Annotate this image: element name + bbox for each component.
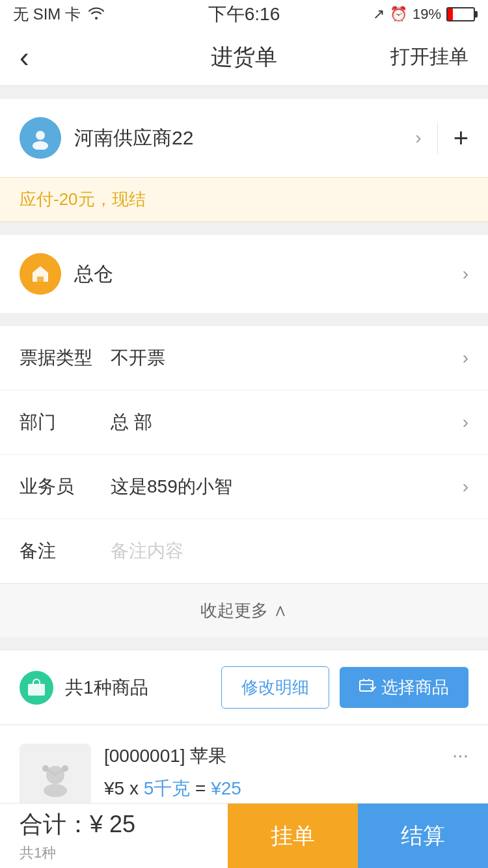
product-price: ¥5 x 5千克 = ¥25 xyxy=(104,776,452,801)
price-value: ¥5 xyxy=(104,778,124,798)
dept-value: 总 部 xyxy=(111,410,463,435)
dept-label: 部门 xyxy=(20,410,98,435)
divider xyxy=(437,122,438,154)
remark-value[interactable]: 备注内容 xyxy=(111,539,468,563)
invoice-value: 不开票 xyxy=(111,346,463,370)
battery-icon xyxy=(446,7,475,21)
staff-chevron-icon: › xyxy=(463,476,468,497)
quantity-value: 5千克 xyxy=(144,778,191,798)
battery-percent: 19% xyxy=(413,6,441,23)
svg-point-6 xyxy=(44,784,67,797)
total-count: 共1种 xyxy=(20,843,208,863)
bottom-bar: 合计：¥ 25 共1种 挂单 结算 xyxy=(0,803,488,868)
carrier-text: 无 SIM 卡 xyxy=(13,4,81,25)
total-amount: 合计：¥ 25 xyxy=(20,809,208,841)
svg-rect-4 xyxy=(360,681,373,691)
supplier-chevron-icon: › xyxy=(415,128,421,148)
status-left: 无 SIM 卡 xyxy=(13,4,105,25)
collapse-label: 收起更多 ∧ xyxy=(200,601,287,620)
supplier-name: 河南供应商22 xyxy=(74,125,415,152)
invoice-chevron-icon: › xyxy=(463,347,468,368)
select-product-label: 选择商品 xyxy=(381,676,449,699)
select-product-button[interactable]: 选择商品 xyxy=(340,667,468,708)
form-section: 票据类型 不开票 › 部门 总 部 › 业务员 这是859的小智 › 备注 备注… xyxy=(0,326,488,583)
open-pending-button[interactable]: 打开挂单 xyxy=(390,44,468,70)
svg-rect-3 xyxy=(28,684,45,696)
total-value: ¥25 xyxy=(211,778,241,798)
status-bar: 无 SIM 卡 下午6:16 ↗ ⏰ 19% xyxy=(0,0,488,29)
svg-point-1 xyxy=(33,141,48,150)
hang-label: 挂单 xyxy=(271,821,315,851)
staff-label: 业务员 xyxy=(20,474,98,499)
warehouse-icon xyxy=(20,253,61,295)
hang-button[interactable]: 挂单 xyxy=(228,804,358,869)
dept-chevron-icon: › xyxy=(463,412,468,433)
staff-value: 这是859的小智 xyxy=(111,474,463,499)
add-button[interactable]: + xyxy=(454,124,468,153)
product-more-button[interactable]: ··· xyxy=(452,744,468,766)
product-count-label: 共1种商品 xyxy=(65,675,221,700)
nav-bar: ‹ 进货单 打开挂单 xyxy=(0,29,488,86)
supplier-avatar xyxy=(20,117,61,159)
staff-row[interactable]: 业务员 这是859的小智 › xyxy=(0,454,488,519)
warehouse-row[interactable]: 总仓 › xyxy=(0,235,488,313)
invoice-row[interactable]: 票据类型 不开票 › xyxy=(0,326,488,390)
price-separator: x xyxy=(129,778,144,798)
product-header: 共1种商品 修改明细 选择商品 xyxy=(0,651,488,724)
total-info: 合计：¥ 25 共1种 xyxy=(0,809,228,863)
supplier-section: 河南供应商22 › + 应付-20元，现结 xyxy=(0,99,488,222)
remark-label: 备注 xyxy=(20,539,98,563)
page-title: 进货单 xyxy=(211,42,277,72)
remark-row[interactable]: 备注 备注内容 xyxy=(0,519,488,583)
invoice-label: 票据类型 xyxy=(20,346,98,370)
alarm-icon: ⏰ xyxy=(390,6,407,23)
supplier-notice: 应付-20元，现结 xyxy=(0,177,488,222)
warehouse-section: 总仓 › xyxy=(0,235,488,313)
checkout-label: 结算 xyxy=(401,821,445,851)
status-right: ↗ ⏰ 19% xyxy=(373,6,475,23)
edit-detail-button[interactable]: 修改明细 xyxy=(221,666,329,709)
supplier-row[interactable]: 河南供应商22 › + xyxy=(0,99,488,177)
warehouse-name: 总仓 xyxy=(74,261,463,288)
dept-row[interactable]: 部门 总 部 › xyxy=(0,390,488,454)
product-info: [0000001] 苹果 ¥5 x 5千克 = ¥25 xyxy=(104,744,452,801)
warehouse-chevron-icon: › xyxy=(463,264,468,284)
product-name: [0000001] 苹果 xyxy=(104,744,452,768)
checkout-button[interactable]: 结算 xyxy=(358,804,488,869)
collapse-bar[interactable]: 收起更多 ∧ xyxy=(0,583,488,638)
svg-rect-2 xyxy=(37,277,44,282)
back-button[interactable]: ‹ xyxy=(20,41,29,74)
status-time: 下午6:16 xyxy=(208,2,280,27)
location-icon: ↗ xyxy=(373,6,385,23)
select-product-icon xyxy=(359,677,376,698)
total-amount-value: ¥ 25 xyxy=(90,811,135,837)
wifi-icon xyxy=(87,5,105,23)
product-bag-icon xyxy=(20,671,53,705)
svg-point-0 xyxy=(36,131,45,140)
total-label: 合计： xyxy=(20,811,90,837)
price-equals: = xyxy=(195,778,211,798)
